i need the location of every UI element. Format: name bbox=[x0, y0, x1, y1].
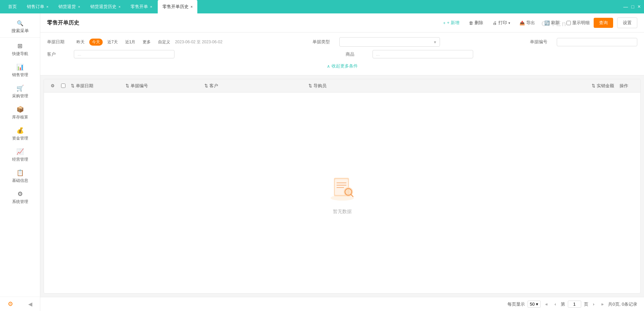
collapse-label: 收起更多条件 bbox=[332, 63, 358, 69]
sidebar-item-quick-nav[interactable]: ⊞ 快捷导航 bbox=[0, 39, 40, 60]
goods-label: 商品 bbox=[346, 51, 366, 57]
collapse-more[interactable]: ∧ 收起更多条件 bbox=[47, 62, 637, 70]
header-actions: + + 新增 🗑 删除 🖨 打印 ▾ 📤 导出 🔄 bbox=[440, 17, 637, 28]
customer-select[interactable]: ... bbox=[74, 50, 175, 58]
tab-sales-return-history[interactable]: 销货退货历史× bbox=[86, 0, 125, 13]
sidebar-label-purchase-mgmt: 采购管理 bbox=[12, 93, 28, 99]
refresh-label: 刷新 bbox=[551, 20, 560, 26]
window-controls: — □ × bbox=[623, 4, 641, 10]
tab-sales-order[interactable]: 销售订单× bbox=[22, 0, 53, 13]
sidebar-item-operations[interactable]: 📈 经营管理 bbox=[0, 145, 40, 166]
empty-illustration bbox=[326, 171, 359, 205]
total-text: 共0页, 0条记录 bbox=[608, 301, 637, 307]
add-button[interactable]: + + 新增 bbox=[440, 18, 462, 27]
sidebar-item-base-info[interactable]: 📋 基础信息 bbox=[0, 166, 40, 187]
print-chevron: ▾ bbox=[508, 21, 510, 25]
sidebar-item-sales-mgmt[interactable]: 📊 销售管理 bbox=[0, 60, 40, 81]
tab-retail-open-history[interactable]: 零售开单历史× bbox=[158, 0, 197, 13]
tab-retail-open[interactable]: 零售开单× bbox=[126, 0, 157, 13]
query-button[interactable]: 查询 bbox=[594, 18, 613, 28]
col-guide[interactable]: ⇅ 导购员 bbox=[306, 83, 360, 89]
col-amount[interactable]: ⇅ 实销金额 bbox=[562, 83, 617, 89]
col-number[interactable]: ⇅ 单据编号 bbox=[123, 83, 202, 89]
customer-value: ... bbox=[78, 52, 81, 57]
gear-icon: ⚙ bbox=[51, 83, 55, 88]
tab-bar: 首页销售订单×销货退货×销货退货历史×零售开单×零售开单历史× bbox=[3, 0, 623, 13]
per-page-select[interactable]: 50 ▾ bbox=[528, 301, 541, 308]
prev-page-btn[interactable]: ‹ bbox=[552, 301, 558, 307]
empty-text: 暂无数据 bbox=[333, 209, 352, 215]
sidebar-item-inventory[interactable]: 📦 库存核算 bbox=[0, 102, 40, 123]
tab-sales-return[interactable]: 销货退货× bbox=[54, 0, 85, 13]
col-date[interactable]: ⇅ 单据日期 bbox=[68, 83, 123, 89]
tab-close-icon[interactable]: × bbox=[46, 5, 48, 9]
sidebar-icon-base-info: 📋 bbox=[16, 169, 24, 176]
tab-close-icon[interactable]: × bbox=[191, 5, 193, 9]
sidebar-icon-purchase-mgmt: 🛒 bbox=[16, 85, 24, 92]
print-label: 打印 bbox=[498, 20, 507, 26]
doc-number-label: 单据编号 bbox=[530, 39, 550, 45]
collapse-icon: ∧ bbox=[327, 64, 330, 69]
per-page-label: 每页显示 bbox=[507, 301, 525, 307]
delete-button[interactable]: 🗑 删除 bbox=[466, 18, 486, 27]
sidebar-icon-finance: 💰 bbox=[16, 127, 24, 134]
tab-close-icon[interactable]: × bbox=[78, 5, 80, 9]
first-page-btn[interactable]: « bbox=[543, 301, 550, 307]
date-btn-更多[interactable]: 更多 bbox=[140, 39, 153, 46]
export-button[interactable]: 📤 导出 bbox=[517, 18, 538, 27]
date-btn-今天[interactable]: 今天 bbox=[89, 39, 103, 46]
sidebar-icon-sys-mgmt: ⚙ bbox=[17, 190, 23, 198]
sidebar-label-inventory: 库存核算 bbox=[12, 114, 28, 120]
sidebar-item-purchase-mgmt[interactable]: 🛒 采购管理 bbox=[0, 81, 40, 102]
date-buttons-group: 昨天今天近7天近1月更多自定义 bbox=[74, 39, 173, 46]
sidebar-search-label: 搜索采单 bbox=[11, 28, 29, 34]
page-number-input[interactable] bbox=[568, 301, 581, 308]
sidebar-item-search[interactable]: 🔍 搜索采单 bbox=[0, 17, 40, 38]
next-page-btn[interactable]: › bbox=[591, 301, 596, 307]
goods-select[interactable]: ... bbox=[373, 50, 473, 58]
col-customer[interactable]: ⇅ 客户 bbox=[202, 83, 305, 89]
sidebar: 🔍 搜索采单 ⊞ 快捷导航 📊 销售管理 🛒 采购管理 📦 库存核算 💰 资金管… bbox=[0, 13, 40, 311]
customer-label: 客户 bbox=[47, 51, 67, 57]
goods-value: ... bbox=[376, 52, 380, 57]
sidebar-label-base-info: 基础信息 bbox=[12, 178, 28, 184]
display-detail-checkbox[interactable]: 显示明细 bbox=[566, 20, 590, 26]
tab-home[interactable]: 首页 bbox=[3, 0, 21, 13]
display-detail-input[interactable] bbox=[566, 21, 571, 25]
date-btn-近7天[interactable]: 近7天 bbox=[105, 39, 120, 46]
doc-type-select[interactable]: ▾ bbox=[339, 37, 440, 47]
column-settings-btn[interactable]: ⚙ bbox=[47, 83, 58, 88]
close-btn[interactable]: × bbox=[638, 4, 641, 10]
doc-type-value bbox=[343, 39, 347, 45]
select-all-input[interactable] bbox=[61, 84, 65, 88]
settings-icon[interactable]: ⚙ bbox=[8, 300, 13, 308]
page-unit: 页 bbox=[584, 301, 588, 307]
setting-button[interactable]: 设置 bbox=[617, 17, 637, 28]
sidebar-label-finance: 资金管理 bbox=[12, 136, 28, 141]
refresh-button[interactable]: 🔄 刷新 bbox=[542, 18, 562, 27]
sidebar-label-operations: 经营管理 bbox=[12, 157, 28, 162]
col-ops: 操作 bbox=[617, 83, 637, 89]
collapse-icon[interactable]: ◀ bbox=[28, 301, 32, 307]
sidebar-label-sys-mgmt: 系统管理 bbox=[12, 199, 28, 205]
delete-icon: 🗑 bbox=[469, 20, 473, 25]
content-area: 零售开单历史 + + 新增 🗑 删除 🖨 打印 ▾ 📤 导出 bbox=[40, 13, 644, 311]
sidebar-item-finance[interactable]: 💰 资金管理 bbox=[0, 123, 40, 145]
print-button[interactable]: 🖨 打印 ▾ bbox=[490, 18, 513, 27]
date-btn-自定义[interactable]: 自定义 bbox=[155, 39, 173, 46]
sidebar-label-sales-mgmt: 销售管理 bbox=[12, 72, 28, 78]
doc-number-input[interactable] bbox=[557, 38, 637, 46]
last-page-btn[interactable]: » bbox=[599, 301, 605, 307]
tab-close-icon[interactable]: × bbox=[150, 5, 152, 9]
col-customer-sort: ⇅ bbox=[204, 83, 208, 88]
tab-close-icon[interactable]: × bbox=[118, 5, 120, 9]
date-btn-近1月[interactable]: 近1月 bbox=[122, 39, 138, 46]
export-icon: 📤 bbox=[519, 20, 525, 25]
date-btn-昨天[interactable]: 昨天 bbox=[74, 39, 87, 46]
minimize-btn[interactable]: — bbox=[623, 4, 628, 9]
maximize-btn[interactable]: □ bbox=[631, 4, 634, 9]
sidebar-item-sys-mgmt[interactable]: ⚙ 系统管理 bbox=[0, 187, 40, 208]
sidebar-icon-quick-nav: ⊞ bbox=[17, 42, 22, 50]
select-all-checkbox[interactable] bbox=[58, 84, 68, 88]
filter-area: 单据日期 昨天今天近7天近1月更多自定义2023-06-02 至 2023-06… bbox=[40, 33, 644, 75]
